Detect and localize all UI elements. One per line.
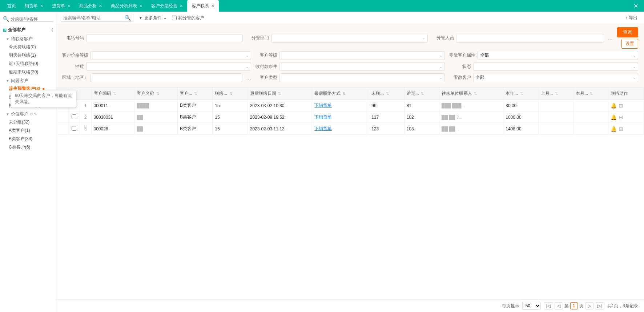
region-label: 区域（地区） (62, 74, 88, 81)
payment-select[interactable]: ⌄ (279, 62, 444, 71)
sidebar-search-input[interactable] (11, 16, 53, 22)
filter-retail-customer: 零散客户 全部 ⌄ (449, 73, 638, 82)
this-year-column-header[interactable]: 本年... ⇅ (503, 88, 538, 100)
more-actions-icon[interactable]: ⊞ (619, 114, 623, 120)
department-select[interactable]: ⌄ (271, 34, 428, 42)
more-conditions-button[interactable]: ▼ 更多条件 ⌄ (136, 14, 169, 22)
close-icon[interactable]: ✕ (139, 4, 142, 8)
level-column-header[interactable]: 客户... ⇅ (177, 88, 212, 100)
more-icon[interactable]: … (246, 75, 251, 81)
customer-level-select[interactable]: ⌄ (279, 51, 444, 60)
row-checkbox-cell (68, 112, 80, 123)
close-icon[interactable]: ✕ (180, 4, 183, 8)
query-button[interactable]: 查询 (617, 27, 638, 37)
tab-purchase-order[interactable]: 进货单 ✕ (48, 0, 75, 12)
my-customers-checkbox-label[interactable]: 我分管的客户 (172, 15, 204, 21)
nature-select[interactable]: ⌄ (86, 62, 251, 71)
tab-product-analysis-list[interactable]: 商品分析列表 ✕ (106, 0, 147, 12)
sidebar-item-class-a[interactable]: A类客户(1) (0, 126, 56, 135)
name-column-header[interactable]: 客户名称 ⇅ (134, 88, 178, 100)
close-icon[interactable]: ✕ (99, 4, 102, 8)
row-last-contact-type[interactable]: 下销货单 (312, 123, 369, 135)
unit-contact-column-header[interactable]: 往来单位联系人 ⇅ (439, 88, 503, 100)
last-month-col-label: 上月... (541, 91, 553, 96)
row-last-contact-date: 2023-02-03 11:12: (247, 123, 312, 135)
sidebar-item-today-pending[interactable]: 今天待联络(0) (0, 43, 56, 51)
last-contact-type-column-header[interactable]: 最后联络方式 ⇅ (312, 88, 369, 100)
tab-home[interactable]: 首页 (3, 0, 20, 12)
toolbar-search-input[interactable] (63, 15, 125, 20)
no-contact-column-header[interactable]: 未联... ⇅ (369, 88, 404, 100)
first-page-button[interactable]: |◁ (544, 302, 553, 309)
sidebar-group-problem[interactable]: ▼ 问题客户 (0, 76, 56, 85)
last-page-button[interactable]: ▷| (595, 302, 604, 309)
settings-button[interactable]: 设置 (621, 39, 638, 49)
row-checkbox[interactable] (72, 114, 76, 119)
region-select[interactable] (90, 73, 242, 82)
contact-type-link[interactable]: 下销货单 (314, 114, 332, 119)
sidebar-item-ungrouped[interactable]: 未分组(32) (0, 118, 56, 126)
tab-product-analysis[interactable]: 商品分析 ✕ (75, 0, 106, 12)
last-month-column-header[interactable]: 上月... ⇅ (538, 88, 573, 100)
close-icon[interactable]: ✕ (40, 4, 43, 8)
toolbar-search-button[interactable]: 🔍 (125, 15, 131, 21)
manager-label: 分管人员 (432, 35, 454, 41)
contact-icon[interactable]: 🔔 (611, 114, 617, 120)
row-last-contact-type[interactable]: 下销货单 (312, 100, 369, 112)
retail-attr-select[interactable]: 全部 ⌄ (478, 51, 638, 60)
close-icon[interactable]: ✕ (211, 4, 214, 8)
window-close-button[interactable]: ✕ (631, 3, 641, 9)
sidebar-group-value[interactable]: ▼ 价值客户 ↺ ✎ (0, 110, 56, 118)
row-last-contact-date: 2023-02-09 19:52: (247, 112, 312, 123)
my-customers-checkbox[interactable] (172, 16, 177, 20)
row-contact: 15 (213, 123, 247, 135)
sidebar-item-class-b[interactable]: B类客户(33) (0, 135, 56, 143)
phone-input[interactable] (86, 34, 243, 42)
export-button[interactable]: ↑ 导出 (623, 14, 640, 22)
customer-type-select[interactable]: ⌄ (279, 73, 444, 82)
chevron-down-icon: ⌄ (246, 65, 249, 69)
refresh-icon[interactable]: ↺ (30, 112, 33, 117)
price-level-select[interactable]: ⌄ (90, 51, 251, 60)
sidebar-all-customers[interactable]: ⊞ 全部客户 《 (0, 25, 56, 35)
edit-icon[interactable]: ✎ (34, 112, 37, 117)
more-actions-icon[interactable]: ⊞ (619, 126, 623, 132)
level-col-label: 客户... (180, 91, 192, 96)
overdue-column-header[interactable]: 逾期... ⇅ (404, 88, 439, 100)
this-month-column-header[interactable]: 本月... ⇅ (573, 88, 608, 100)
search-icon: 🔍 (3, 16, 9, 22)
sort-icon: ⇅ (590, 92, 593, 96)
contact-column-header[interactable]: 联络... ⇅ (213, 88, 247, 100)
tab-sales-order[interactable]: 销货单 ✕ (20, 0, 48, 12)
sidebar-item-week-pending[interactable]: 近7天待联络(0) (0, 60, 56, 68)
contact-icon[interactable]: 🔔 (611, 103, 617, 109)
tab-customer-contact[interactable]: 客户联系 ✕ (187, 0, 219, 12)
more-actions-icon[interactable]: ⊞ (619, 103, 623, 109)
last-contact-date-column-header[interactable]: 最后联络日期 ⇅ (247, 88, 312, 100)
row-settings (56, 112, 68, 123)
sort-icon: ⇅ (520, 92, 523, 96)
sidebar-item-overdue-no-contact[interactable]: 逾期未联络(30) (0, 68, 56, 76)
close-icon[interactable]: ✕ (67, 4, 71, 8)
contact-type-link[interactable]: 下销货单 (314, 103, 332, 108)
next-page-button[interactable]: ▷ (585, 302, 593, 309)
contact-icon[interactable]: 🔔 (611, 126, 617, 132)
row-last-contact-type[interactable]: 下销货单 (312, 112, 369, 123)
row-checkbox[interactable] (72, 126, 76, 131)
contact-type-link[interactable]: 下销货单 (314, 126, 332, 131)
sidebar-item-class-c[interactable]: C类客户(6) (0, 143, 56, 151)
more-icon[interactable]: … (608, 35, 613, 41)
filter-payment: 收付款条件 ⌄ (255, 62, 444, 71)
manager-select[interactable] (456, 34, 604, 42)
prev-page-button[interactable]: ◁ (555, 302, 563, 309)
sidebar-item-tomorrow-pending[interactable]: 明天待联络(1) (0, 51, 56, 60)
page-size-select[interactable]: 50 100 200 (522, 302, 541, 310)
tab-customer-layering[interactable]: 客户分层经营 ✕ (147, 0, 187, 12)
status-select[interactable]: ⌄ (473, 62, 638, 71)
name-col-label: 客户名称 (137, 91, 154, 96)
sidebar-group-pending[interactable]: ▼ 待联络客户 (0, 35, 56, 43)
code-column-header[interactable]: 客户编码 ⇅ (91, 88, 134, 100)
retail-customer-select[interactable]: 全部 ⌄ (473, 73, 638, 82)
collapse-icon[interactable]: 《 (49, 28, 53, 33)
row-this-year: 1408.00 (503, 123, 538, 135)
